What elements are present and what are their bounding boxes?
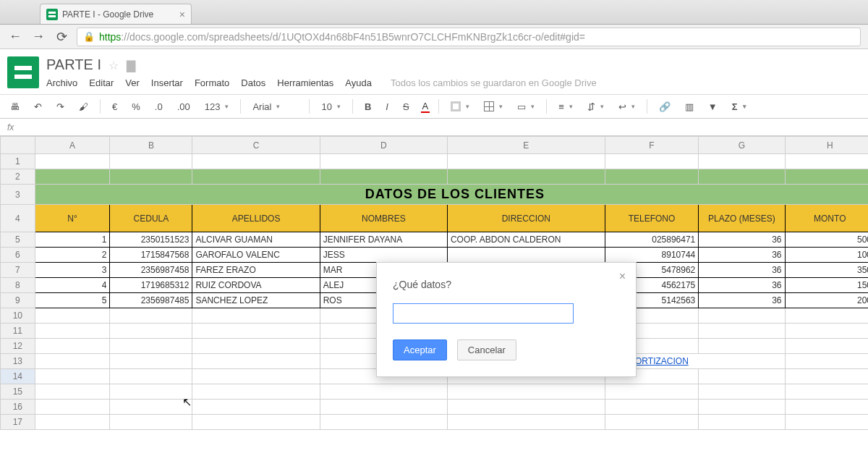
fx-label: fx [7, 122, 14, 132]
dialog-close-icon[interactable]: × [619, 270, 626, 283]
hdr-telefono: TELEFONO [605, 205, 699, 232]
dialog-title: ¿Qué datos? [393, 279, 620, 290]
increase-decimal-button[interactable]: .00 [174, 100, 193, 114]
menu-datos[interactable]: Datos [241, 77, 265, 88]
redo-icon[interactable]: ↷ [54, 100, 67, 114]
browser-tab[interactable]: PARTE I - Google Drive × [40, 4, 192, 24]
merge-button[interactable]: ▭ [514, 100, 537, 114]
menu-insertar[interactable]: Insertar [151, 77, 183, 88]
prompt-dialog: × ¿Qué datos? Aceptar Cancelar [376, 262, 637, 377]
app-header: PARTE I ☆ ▇ Archivo Editar Ver Insertar … [0, 49, 868, 88]
format-toolbar: 🖶 ↶ ↷ 🖌 € % .0 .00 123 Arial 10 B I S A … [0, 94, 868, 119]
hdr-apellidos: APELLIDOS [192, 205, 320, 232]
text-color-button[interactable]: A [421, 101, 430, 113]
cancel-button[interactable]: Cancelar [457, 339, 516, 360]
currency-button[interactable]: € [109, 100, 120, 114]
col-C[interactable]: C [192, 137, 320, 154]
tab-title: PARTE I - Google Drive [62, 9, 153, 20]
formula-bar[interactable]: fx [0, 119, 868, 136]
hdr-monto: MONTO [785, 205, 868, 232]
folder-icon[interactable]: ▇ [127, 59, 135, 72]
address-bar[interactable]: 🔒 https://docs.google.com/spreadsheets/d… [77, 28, 861, 46]
bold-button[interactable]: B [362, 100, 374, 114]
back-button[interactable]: ← [7, 29, 23, 45]
sheets-favicon [46, 9, 58, 20]
close-tab-icon[interactable]: × [179, 9, 185, 20]
col-H[interactable]: H [785, 137, 868, 154]
col-A[interactable]: A [35, 137, 110, 154]
menu-formato[interactable]: Formato [195, 77, 229, 88]
col-F[interactable]: F [605, 137, 699, 154]
table-title: DATOS DE LOS CLIENTES [35, 185, 868, 205]
borders-button[interactable] [481, 100, 506, 113]
decrease-decimal-button[interactable]: .0 [152, 100, 166, 114]
strikethrough-button[interactable]: S [400, 100, 412, 114]
insert-link-icon[interactable]: 🔗 [656, 100, 673, 114]
column-headers[interactable]: A B C D E F G H [1, 137, 869, 154]
hdr-nombres: NOMBRES [320, 205, 447, 232]
col-D[interactable]: D [320, 137, 447, 154]
save-status: Todos los cambios se guardaron en Google… [391, 77, 597, 88]
browser-tab-bar: PARTE I - Google Drive × [0, 0, 868, 25]
sheets-logo-icon[interactable] [7, 56, 39, 88]
hdr-plazo: PLAZO (MESES) [699, 205, 785, 232]
menu-editar[interactable]: Editar [89, 77, 114, 88]
col-E[interactable]: E [447, 137, 605, 154]
filter-icon[interactable]: ▼ [705, 100, 720, 114]
menu-bar: Archivo Editar Ver Insertar Formato Dato… [46, 77, 597, 88]
menu-ayuda[interactable]: Ayuda [345, 77, 372, 88]
v-align-button[interactable]: ⇵ [584, 100, 607, 114]
font-size-select[interactable]: 10 [318, 100, 343, 114]
reload-button[interactable]: ⟳ [54, 29, 69, 45]
insert-chart-icon[interactable]: ▥ [682, 100, 697, 114]
font-select[interactable]: Arial [250, 100, 300, 114]
print-icon[interactable]: 🖶 [7, 100, 22, 114]
url-rest: ://docs.google.com/spreadsheets/d/1UQtOX… [121, 31, 585, 43]
forward-button[interactable]: → [30, 29, 46, 45]
lock-icon: 🔒 [83, 31, 95, 42]
browser-toolbar: ← → ⟳ 🔒 https://docs.google.com/spreadsh… [0, 25, 868, 49]
col-G[interactable]: G [699, 137, 785, 154]
h-align-button[interactable]: ≡ [556, 100, 576, 114]
menu-herramientas[interactable]: Herramientas [277, 77, 333, 88]
select-all-corner[interactable] [1, 137, 35, 154]
hdr-n: N° [35, 205, 110, 232]
menu-ver[interactable]: Ver [125, 77, 140, 88]
undo-icon[interactable]: ↶ [31, 100, 45, 114]
dialog-input[interactable] [393, 303, 574, 324]
paint-format-icon[interactable]: 🖌 [76, 100, 91, 114]
star-icon[interactable]: ☆ [109, 59, 119, 72]
italic-button[interactable]: I [383, 100, 391, 114]
wrap-button[interactable]: ↩ [616, 100, 638, 114]
col-B[interactable]: B [110, 137, 192, 154]
document-title[interactable]: PARTE I [46, 56, 101, 72]
functions-button[interactable]: Σ [729, 100, 749, 114]
fill-color-button[interactable] [448, 100, 472, 113]
percent-button[interactable]: % [129, 100, 143, 114]
accept-button[interactable]: Aceptar [393, 339, 447, 360]
hdr-direccion: DIRECCION [447, 205, 605, 232]
number-format-button[interactable]: 123 [202, 100, 232, 114]
menu-archivo[interactable]: Archivo [46, 77, 77, 88]
url-scheme: https [99, 31, 121, 43]
hdr-cedula: CEDULA [110, 205, 192, 232]
